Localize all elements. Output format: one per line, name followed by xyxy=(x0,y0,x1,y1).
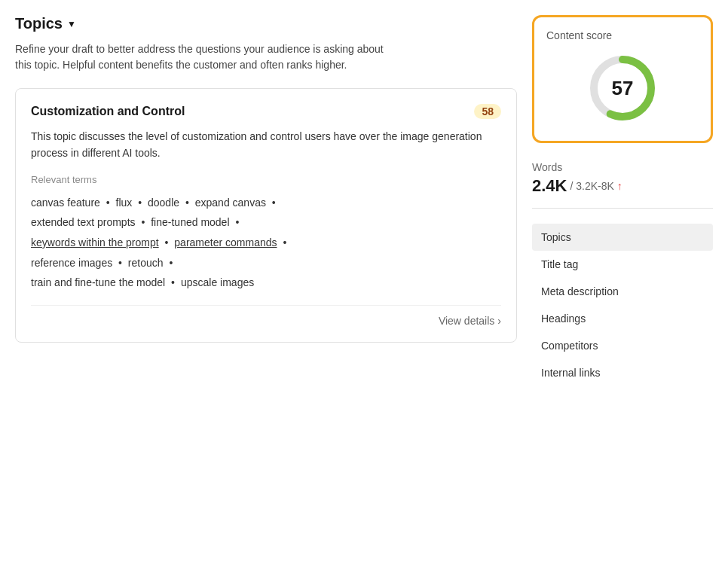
nav-item-meta-description[interactable]: Meta description xyxy=(532,278,713,305)
term-keywords: keywords within the prompt xyxy=(31,236,159,248)
topic-card: Customization and Control 58 This topic … xyxy=(15,88,517,343)
term-fine-tuned: fine-tuned model xyxy=(151,216,229,228)
nav-item-internal-links[interactable]: Internal links xyxy=(532,359,713,386)
words-range: / 3.2K-8K xyxy=(570,180,613,192)
content-score-label: Content score xyxy=(546,29,699,41)
term-flux: flux xyxy=(116,197,133,209)
chevron-right-icon: › xyxy=(497,315,501,327)
donut-chart: 57 xyxy=(585,50,660,126)
term-expand-canvas: expand canvas xyxy=(195,197,266,209)
relevant-terms-label: Relevant terms xyxy=(31,174,501,185)
topics-header: Topics ▼ xyxy=(15,15,517,32)
term-canvas-feature: canvas feature xyxy=(31,197,100,209)
donut-score-value: 57 xyxy=(612,77,634,100)
term-reference-images: reference images xyxy=(31,257,112,269)
nav-item-title-tag[interactable]: Title tag xyxy=(532,251,713,278)
topic-score-badge: 58 xyxy=(474,104,501,119)
words-value: 2.4K / 3.2K-8K ↑ xyxy=(532,176,713,196)
view-details-label: View details xyxy=(439,315,494,327)
right-sidebar: Content score 57 Words 2.4K / 3.2K-8K ↑ … xyxy=(532,15,713,546)
term-extended-text: extended text prompts xyxy=(31,216,136,228)
words-label: Words xyxy=(532,161,713,173)
term-retouch: retouch xyxy=(128,257,164,269)
term-train: train and fine-tune the model xyxy=(31,276,165,288)
nav-item-competitors[interactable]: Competitors xyxy=(532,332,713,359)
topics-title: Topics xyxy=(15,15,63,32)
nav-list: Topics Title tag Meta description Headin… xyxy=(532,224,713,386)
words-count: 2.4K xyxy=(532,176,567,196)
term-upscale: upscale images xyxy=(181,276,254,288)
terms-container: canvas feature • flux • doodle • expand … xyxy=(31,193,501,293)
view-details-button[interactable]: View details › xyxy=(31,305,501,327)
up-arrow-icon: ↑ xyxy=(617,180,622,192)
topics-dropdown-icon[interactable]: ▼ xyxy=(67,19,76,29)
nav-item-headings[interactable]: Headings xyxy=(532,305,713,332)
term-doodle: doodle xyxy=(148,197,179,209)
content-score-card: Content score 57 xyxy=(532,15,713,143)
nav-item-topics[interactable]: Topics xyxy=(532,224,713,251)
topic-card-title: Customization and Control xyxy=(31,105,185,118)
stats-section: Words 2.4K / 3.2K-8K ↑ xyxy=(532,161,713,209)
topic-card-description: This topic discusses the level of custom… xyxy=(31,128,501,162)
main-content: Topics ▼ Refine your draft to better add… xyxy=(15,15,517,546)
term-parameter: parameter commands xyxy=(174,236,277,248)
topics-description: Refine your draft to better address the … xyxy=(15,41,392,73)
topic-card-header: Customization and Control 58 xyxy=(31,104,501,119)
